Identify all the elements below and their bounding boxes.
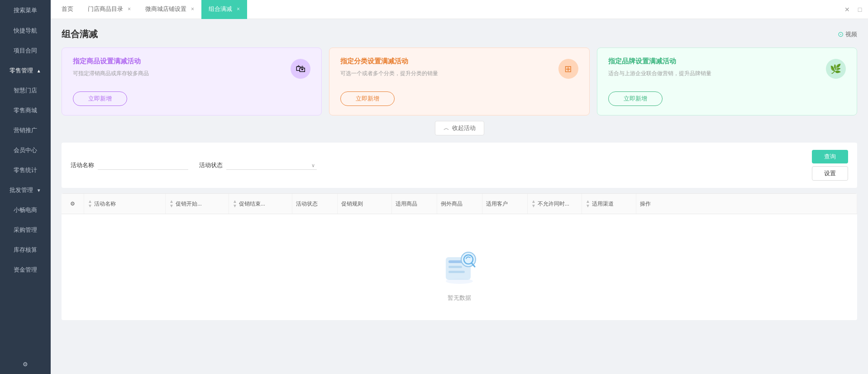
activity-name-field: 活动名称	[71, 161, 188, 170]
th-promo-end[interactable]: ▲▼ 促销结束...	[229, 194, 292, 214]
activity-status-label: 活动状态	[199, 161, 223, 169]
sort-channel-icon: ▲▼	[586, 199, 590, 208]
main-area: 首页 门店商品目录 × 微商城店铺设置 × 组合满减 × ✕ □ 组合满减 ⊙ …	[51, 0, 868, 374]
card-category-desc: 可选一个或者多个分类，提升分类的销量	[340, 69, 578, 78]
query-button[interactable]: 查询	[812, 150, 848, 163]
th-applicable-channel[interactable]: ▲▼ 适用渠道	[582, 194, 636, 214]
card-category-title: 指定分类设置满减活动	[340, 57, 578, 66]
table-header: ⚙ ▲▼ 活动名称 ▲▼ 促销开始... ▲▼ 促销结束... 活动状态	[62, 193, 857, 214]
th-not-allow-concurrent[interactable]: ▲▼ 不允许同时...	[528, 194, 582, 214]
activity-status-select[interactable]	[226, 161, 317, 170]
card-goods-title: 指定商品设置满减活动	[73, 57, 310, 66]
wholesale-management-arrow: ▼	[37, 188, 41, 193]
svg-rect-4	[448, 271, 465, 273]
sidebar-item-quick-nav[interactable]: 快捷导航	[0, 21, 51, 41]
sort-start-icon: ▲▼	[169, 199, 174, 208]
card-category-icon: ⊞	[558, 59, 578, 79]
sidebar-item-purchase-management[interactable]: 采购管理	[0, 220, 51, 240]
retail-management-arrow: ▲	[37, 68, 41, 73]
card-brand-desc: 适合与上游企业联合做营销，提升品牌销量	[608, 69, 846, 78]
sort-end-icon: ▲▼	[233, 199, 237, 208]
window-close-button[interactable]: ✕	[843, 5, 852, 14]
sidebar-search[interactable]: 搜索菜单	[0, 0, 51, 21]
th-promo-start[interactable]: ▲▼ 促销开始...	[166, 194, 229, 214]
tab-mini-store-settings-close[interactable]: ×	[191, 6, 194, 12]
activity-cards: 🛍 指定商品设置满减活动 可指定滞销商品或库存较多商品 立即新增 ⊞ 指定分类设…	[62, 48, 857, 115]
collapse-chevron-icon: ︿	[444, 124, 449, 132]
tab-mini-store-settings[interactable]: 微商城店铺设置 ×	[138, 0, 201, 19]
activity-status-select-wrapper: ∨	[226, 161, 317, 170]
tabs-right: ✕ □	[843, 5, 864, 14]
sidebar-item-retail-mall[interactable]: 零售商城	[0, 101, 51, 120]
gear-icon: ⚙	[70, 201, 75, 207]
sidebar-item-inventory-accounting[interactable]: 库存核算	[0, 240, 51, 260]
search-bar: 活动名称 活动状态 ∨ 查询 设置	[62, 143, 857, 188]
window-maximize-button[interactable]: □	[855, 5, 864, 14]
table-container: ⚙ ▲▼ 活动名称 ▲▼ 促销开始... ▲▼ 促销结束... 活动状态	[62, 193, 857, 320]
th-activity-status: 活动状态	[292, 194, 338, 214]
tab-combo-discount-close[interactable]: ×	[237, 6, 240, 12]
empty-icon	[437, 241, 482, 287]
sidebar-item-marketing[interactable]: 营销推广	[0, 120, 51, 140]
sort-notallow-icon: ▲▼	[531, 199, 536, 208]
tabs-bar: 首页 门店商品目录 × 微商城店铺设置 × 组合满减 × ✕ □	[51, 0, 868, 19]
activity-card-goods: 🛍 指定商品设置满减活动 可指定滞销商品或库存较多商品 立即新增	[62, 48, 322, 115]
collapse-button[interactable]: ︿ 收起活动	[435, 121, 484, 135]
tab-combo-discount[interactable]: 组合满减 ×	[201, 0, 247, 19]
activity-card-category: ⊞ 指定分类设置满减活动 可选一个或者多个分类，提升分类的销量 立即新增	[329, 48, 589, 115]
th-activity-name[interactable]: ▲▼ 活动名称	[84, 194, 166, 214]
card-goods-desc: 可指定滞销商品或库存较多商品	[73, 69, 310, 78]
sidebar-item-wholesale-management[interactable]: 批发管理 ▼	[0, 180, 51, 200]
video-link[interactable]: ⊙ 视频	[838, 30, 857, 38]
svg-rect-3	[448, 266, 462, 268]
page-title: 组合满减	[62, 28, 98, 40]
sidebar-settings-icon[interactable]: ⚙	[0, 355, 51, 374]
sidebar: 搜索菜单 快捷导航 项目合同 零售管理 ▲ 智慧门店 零售商城 营销推广 会员中…	[0, 0, 51, 374]
setting-button[interactable]: 设置	[812, 166, 848, 181]
play-icon: ⊙	[838, 30, 844, 38]
th-action: 操作	[636, 194, 857, 214]
activity-name-label: 活动名称	[71, 161, 94, 169]
th-promo-rule: 促销规则	[338, 194, 392, 214]
sidebar-item-retail-stats[interactable]: 零售统计	[0, 160, 51, 180]
activity-status-field: 活动状态 ∨	[199, 161, 317, 170]
activity-name-input[interactable]	[98, 161, 188, 170]
tab-store-catalog-close[interactable]: ×	[128, 6, 131, 12]
sidebar-item-project-contract[interactable]: 项目合同	[0, 41, 51, 61]
collapse-bar: ︿ 收起活动	[62, 121, 857, 135]
sort-name-icon: ▲▼	[88, 199, 92, 208]
th-except-goods: 例外商品	[437, 194, 482, 214]
sidebar-item-member-center[interactable]: 会员中心	[0, 140, 51, 160]
page-header: 组合满减 ⊙ 视频	[62, 28, 857, 40]
card-category-add-button[interactable]: 立即新增	[340, 91, 395, 106]
tab-store-catalog[interactable]: 门店商品目录 ×	[81, 0, 138, 19]
card-brand-add-button[interactable]: 立即新增	[608, 91, 663, 106]
empty-text: 暂无数据	[448, 294, 471, 302]
empty-state: 暂无数据	[62, 214, 857, 320]
card-goods-icon: 🛍	[291, 59, 310, 79]
tab-home[interactable]: 首页	[54, 0, 81, 19]
sidebar-item-retail-management[interactable]: 零售管理 ▲	[0, 61, 51, 81]
th-gear[interactable]: ⚙	[62, 194, 84, 214]
sidebar-item-capital-management[interactable]: 资金管理	[0, 260, 51, 280]
card-goods-add-button[interactable]: 立即新增	[73, 91, 127, 106]
sidebar-item-smart-store[interactable]: 智慧门店	[0, 81, 51, 101]
search-actions: 查询 设置	[812, 150, 848, 181]
card-brand-icon: 🌿	[826, 59, 846, 79]
content-area: 组合满减 ⊙ 视频 🛍 指定商品设置满减活动 可指定滞销商品或库存较多商品 立即…	[51, 19, 868, 374]
activity-card-brand: 🌿 指定品牌设置满减活动 适合与上游企业联合做营销，提升品牌销量 立即新增	[597, 48, 857, 115]
card-brand-title: 指定品牌设置满减活动	[608, 57, 846, 66]
th-applicable-goods: 适用商品	[392, 194, 437, 214]
sidebar-item-xiaochangec[interactable]: 小畅电商	[0, 200, 51, 220]
th-applicable-customer: 适用客户	[482, 194, 528, 214]
